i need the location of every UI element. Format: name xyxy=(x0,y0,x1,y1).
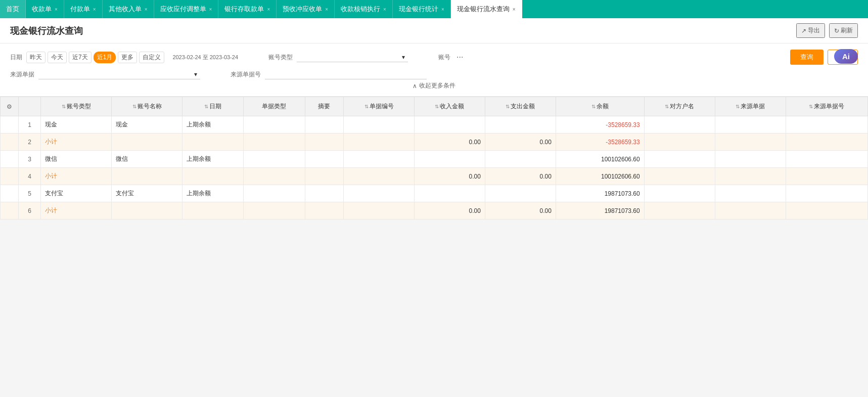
account-label: 账号 xyxy=(438,53,450,62)
close-icon[interactable]: × xyxy=(209,7,212,12)
close-icon[interactable]: × xyxy=(145,7,148,12)
row-account-type: 微信 xyxy=(41,151,112,168)
close-icon[interactable]: × xyxy=(55,7,58,12)
date-btn-7days[interactable]: 近7天 xyxy=(69,52,92,63)
page-title: 现金银行流水查询 xyxy=(10,25,83,37)
col-account-type[interactable]: ⇅账号类型 xyxy=(41,97,112,116)
col-date[interactable]: ⇅日期 xyxy=(182,97,244,116)
col-account-name[interactable]: ⇅账号名称 xyxy=(112,97,182,116)
nav-label: 付款单 xyxy=(70,5,90,14)
source-doc-no-input-wrapper xyxy=(265,70,427,79)
row-account-type: 小计 xyxy=(41,134,112,151)
row-account-type: 小计 xyxy=(41,202,112,219)
top-navigation: 首页 收款单 × 付款单 × 其他收入单 × 应收应付调整单 × 银行存取款单 … xyxy=(0,0,868,18)
row-doc-no xyxy=(344,202,415,219)
col-source-doc-no[interactable]: ⇅来源单据号 xyxy=(786,97,867,116)
row-balance: 19871073.60 xyxy=(556,202,644,219)
nav-yushoudan[interactable]: 预收冲应收单 × xyxy=(277,0,335,18)
refresh-icon: ↻ xyxy=(834,27,839,34)
row-summary xyxy=(305,168,343,185)
date-range-display: 2023-02-24 至 2023-03-24 xyxy=(172,54,238,61)
source-doc-select[interactable]: ▾ xyxy=(38,70,200,79)
row-income xyxy=(414,185,485,202)
source-doc-no-input[interactable] xyxy=(268,71,424,78)
row-doc-type xyxy=(244,151,305,168)
nav-liushui[interactable]: 现金银行流水查询 × xyxy=(451,0,522,18)
row-balance: 100102606.60 xyxy=(556,168,644,185)
nav-xianjintongji[interactable]: 现金银行统计 × xyxy=(393,0,451,18)
close-icon[interactable]: × xyxy=(325,7,328,12)
nav-shoukuandan[interactable]: 收款单 × xyxy=(26,0,64,18)
refresh-label: 刷新 xyxy=(841,26,853,35)
row-source-doc xyxy=(715,151,786,168)
row-account-name xyxy=(112,168,182,185)
refresh-button[interactable]: ↻ 刷新 xyxy=(829,23,858,38)
account-filter: 账号 ··· xyxy=(438,53,465,62)
row-source-doc xyxy=(715,134,786,151)
close-icon[interactable]: × xyxy=(93,7,96,12)
ai-section: Ai xyxy=(834,49,858,64)
table-row: 4 小计 0.00 0.00 100102606.60 xyxy=(1,168,868,185)
date-btn-1month[interactable]: 近1月 xyxy=(94,52,116,63)
chevron-down-icon: ▾ xyxy=(402,54,405,61)
table-row: 2 小计 0.00 0.00 -3528659.33 xyxy=(1,134,868,151)
col-source-doc[interactable]: ⇅来源单据 xyxy=(715,97,786,116)
row-source-doc-no xyxy=(786,202,867,219)
collapse-bar[interactable]: ∧ 收起更多条件 xyxy=(10,79,858,90)
filter-row-1: 日期 昨天 今天 近7天 近1月 更多 自定义 2023-02-24 至 202… xyxy=(10,50,858,65)
date-btn-today[interactable]: 今天 xyxy=(48,52,67,63)
account-type-select[interactable]: ▾ xyxy=(297,53,408,62)
chevron-down-icon: ▾ xyxy=(194,71,197,78)
row-income: 0.00 xyxy=(414,134,485,151)
row-source-doc-no xyxy=(786,185,867,202)
row-income xyxy=(414,151,485,168)
row-doc-type xyxy=(244,202,305,219)
row-expense: 0.00 xyxy=(485,168,556,185)
row-date xyxy=(182,134,244,151)
export-label: 导出 xyxy=(808,26,820,35)
row-expense xyxy=(485,151,556,168)
row-source-doc-no xyxy=(786,116,867,134)
date-btn-more[interactable]: 更多 xyxy=(118,52,137,63)
ai-button[interactable]: Ai xyxy=(834,49,858,64)
table-body: 1 现金 现金 上期余额 -3528659.33 2 小计 0.00 0.00 … xyxy=(1,116,868,219)
account-type-filter: 账号类型 ▾ xyxy=(268,53,408,62)
export-icon: ↗ xyxy=(801,27,806,34)
row-source-doc xyxy=(715,116,786,134)
col-expense[interactable]: ⇅支出金额 xyxy=(485,97,556,116)
col-balance[interactable]: ⇅余额 xyxy=(556,97,644,116)
row-account-type: 现金 xyxy=(41,116,112,134)
table-row: 1 现金 现金 上期余额 -3528659.33 xyxy=(1,116,868,134)
account-type-label: 账号类型 xyxy=(268,53,293,62)
date-btn-custom[interactable]: 自定义 xyxy=(139,52,164,63)
close-icon[interactable]: × xyxy=(441,7,444,12)
row-counterpart xyxy=(644,185,715,202)
close-icon[interactable]: × xyxy=(513,7,516,12)
close-icon[interactable]: × xyxy=(267,7,270,12)
nav-shoukuanhedan[interactable]: 收款核销执行 × xyxy=(335,0,393,18)
row-counterpart xyxy=(644,134,715,151)
date-btn-yesterday[interactable]: 昨天 xyxy=(26,52,45,63)
row-income xyxy=(414,116,485,134)
row-no: 2 xyxy=(19,134,41,151)
header-actions: ↗ 导出 ↻ 刷新 xyxy=(796,23,858,38)
export-button[interactable]: ↗ 导出 xyxy=(796,23,825,38)
nav-yinhangdan[interactable]: 银行存取款单 × xyxy=(218,0,277,18)
close-icon[interactable]: × xyxy=(383,7,386,12)
nav-yingshoudan[interactable]: 应收应付调整单 × xyxy=(154,0,219,18)
nav-qitadan[interactable]: 其他收入单 × xyxy=(103,0,154,18)
row-account-type: 支付宝 xyxy=(41,185,112,202)
col-income[interactable]: ⇅收入金额 xyxy=(414,97,485,116)
nav-fukuandan[interactable]: 付款单 × xyxy=(64,0,103,18)
col-doc-no[interactable]: ⇅单据编号 xyxy=(344,97,415,116)
nav-home[interactable]: 首页 xyxy=(0,0,26,18)
nav-label: 现金银行流水查询 xyxy=(457,5,510,14)
nav-label: 应收应付调整单 xyxy=(160,5,206,14)
row-date: 上期余额 xyxy=(182,116,244,134)
table-settings-icon[interactable]: ⚙ xyxy=(7,103,12,110)
row-doc-no xyxy=(344,151,415,168)
nav-label: 收款单 xyxy=(32,5,52,14)
query-button[interactable]: 查询 xyxy=(790,50,824,65)
col-counterpart[interactable]: ⇅对方户名 xyxy=(644,97,715,116)
account-more-button[interactable]: ··· xyxy=(454,53,465,62)
